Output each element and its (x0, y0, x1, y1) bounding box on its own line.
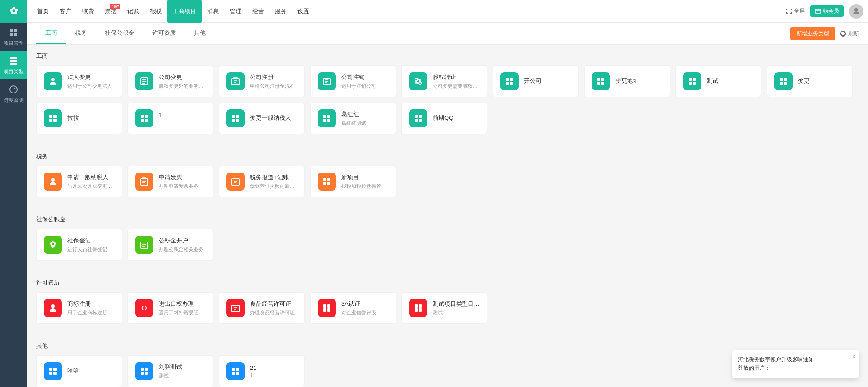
nav-industrial[interactable]: 工商项目 (167, 0, 202, 23)
nav-services[interactable]: 服务 (269, 0, 292, 23)
add-type-button[interactable]: 新增业务类型 (790, 27, 835, 40)
svg-rect-6 (10, 63, 17, 65)
card-desc-company-change: 股权变更外的业务变更 (159, 83, 206, 89)
card-tax-report[interactable]: 税务报道+记账 拿到营业执照的新公司 (219, 166, 305, 197)
tab-gongshang[interactable]: 工商 (36, 23, 66, 44)
tab-xuke[interactable]: 许可资质 (143, 23, 185, 44)
svg-rect-34 (49, 119, 52, 122)
card-title-qianqiQQ: 前期QQ (433, 114, 480, 122)
tab-qita[interactable]: 其他 (185, 23, 215, 44)
card-food-license[interactable]: 食品经营许可证 办理食品经营许可证 (219, 292, 305, 324)
nav-tax[interactable]: 报税 (145, 0, 167, 23)
nav-operations[interactable]: 经营 (247, 0, 269, 23)
card-test[interactable]: 测试 (675, 65, 761, 97)
card-social-register[interactable]: 社保登记 进行人员社保登记 (36, 229, 122, 261)
user-avatar[interactable] (849, 4, 863, 19)
card-trademark[interactable]: 商标注册 用于企业商标注册服务 (36, 292, 122, 324)
card-new-project[interactable]: 新项目 报税加税控盘保管 (310, 166, 396, 197)
section-xuke: 许可资质 商标注册 用于企业商标注册服务 (27, 271, 868, 335)
card-qianqiQQ[interactable]: 前期QQ (401, 103, 487, 134)
card-desc-fund-account: 办理公积金相关业务 (159, 246, 206, 253)
card-icon-legal-change (44, 72, 62, 90)
membership-btn[interactable]: 畅会员 (810, 5, 844, 17)
card-company-register[interactable]: 公司注册 申请公司注册全流程 (219, 65, 305, 97)
svg-rect-33 (53, 115, 57, 118)
card-info-change-taxpayer: 变更一般纳税人 (250, 114, 297, 123)
card-desc-import-export: 适用于对外贸易经营者 (159, 309, 206, 316)
card-title-test: 测试 (707, 77, 754, 85)
card-desc-trademark: 用于企业商标注册服务 (67, 309, 114, 316)
card-cert-3a[interactable]: 3A认证 对企业信誉评级 (310, 292, 396, 324)
card-title-fund-account: 公积金开户 (159, 237, 206, 245)
card-test-project-type[interactable]: 测试项目类型目定义 测试 (401, 292, 487, 324)
sidebar-item-project-type[interactable]: 项目类型 (0, 51, 27, 79)
svg-rect-72 (53, 368, 57, 371)
card-change[interactable]: 变更 (767, 65, 853, 97)
new-badge: new (110, 4, 120, 9)
card-title-import-export: 进出口权办理 (159, 300, 206, 308)
svg-rect-19 (510, 82, 513, 85)
card-company-cancel[interactable]: 公司注销 适用于注销公司 (310, 65, 396, 97)
card-info-company-register: 公司注册 申请公司注册全流程 (250, 73, 297, 89)
tab-shebao[interactable]: 社保公积金 (96, 23, 143, 44)
card-info-qianqiQQ: 前期QQ (433, 114, 480, 123)
card-icon-tax-report (226, 173, 245, 191)
sidebar-label-project-mgmt: 项目管理 (4, 40, 24, 47)
svg-rect-27 (693, 82, 696, 85)
card-open-company[interactable]: 开公司 (493, 65, 579, 97)
sidebar-logo[interactable]: ✿ (0, 0, 27, 23)
card-apply-taxpayer[interactable]: 申请一般纳税人 当月或次月成变更完成 (36, 166, 122, 197)
nav-customer[interactable]: 客户 (54, 0, 77, 23)
card-gehonghong[interactable]: 葛红红 葛红红测试 (310, 103, 396, 134)
card-icon-apply-taxpayer (44, 173, 62, 191)
card-num21[interactable]: 21 1 (219, 355, 305, 387)
tab-shuiwu[interactable]: 税务 (66, 23, 96, 44)
notification-close-btn[interactable]: × (852, 354, 855, 360)
svg-rect-22 (597, 82, 600, 85)
nav-billing[interactable]: 收费 (77, 0, 99, 23)
card-legal-change[interactable]: 法人变更 适用于公司变更法人 (36, 65, 122, 97)
card-change-address[interactable]: 变更地址 (584, 65, 670, 97)
card-lala[interactable]: 拉拉 (36, 103, 122, 134)
card-company-change[interactable]: 公司变更 股权变更外的业务变更 (127, 65, 213, 97)
svg-rect-43 (236, 119, 239, 122)
card-title-social-register: 社保登记 (67, 237, 114, 245)
grid-icon (8, 27, 19, 38)
svg-rect-30 (780, 82, 783, 85)
nav-tickets[interactable]: 票据 new (99, 0, 122, 23)
card-icon-company-cancel (318, 72, 336, 90)
svg-rect-35 (53, 119, 57, 122)
card-change-taxpayer[interactable]: 变更一般纳税人 (219, 103, 305, 134)
card-info-tax-report: 税务报道+记账 拿到营业执照的新公司 (250, 173, 297, 190)
svg-rect-58 (327, 182, 330, 185)
nav-management[interactable]: 管理 (224, 0, 247, 23)
card-num1[interactable]: 1 1 (127, 103, 213, 134)
nav-home[interactable]: 首页 (32, 0, 54, 23)
card-apply-invoice[interactable]: 申请发票 办理申请发票业务 (127, 166, 213, 197)
card-desc-num21: 1 (250, 373, 297, 378)
sidebar-item-project-mgmt[interactable]: 项目管理 (0, 23, 27, 51)
card-equity-transfer[interactable]: 股权转让 公司变更需要股权转让 (401, 65, 487, 97)
card-liupeng-test[interactable]: 刘鹏测试 测试 (127, 355, 213, 387)
svg-rect-13 (323, 79, 330, 85)
svg-rect-49 (419, 115, 422, 118)
card-info-cert-3a: 3A认证 对企业信誉评级 (341, 300, 388, 316)
nav-accounting[interactable]: 记账 (122, 0, 145, 23)
card-info-open-company: 开公司 (524, 77, 571, 86)
sidebar-item-progress-monitor[interactable]: 进度监测 (0, 79, 27, 108)
notification-text: 河北税务数字账户升级影响通知尊敬的用户： (738, 355, 854, 373)
card-title-apply-invoice: 申请发票 (159, 173, 206, 182)
card-info-haha: 哈哈 (67, 367, 114, 376)
fullscreen-btn[interactable]: 全屏 (786, 7, 805, 15)
card-import-export[interactable]: 进出口权办理 适用于对外贸易经营者 (127, 292, 213, 324)
card-haha[interactable]: 哈哈 (36, 355, 122, 387)
nav-message[interactable]: 消息 (202, 0, 224, 23)
nav-settings[interactable]: 设置 (292, 0, 315, 23)
svg-point-9 (854, 8, 858, 12)
card-desc-cert-3a: 对企业信誉评级 (341, 309, 388, 316)
refresh-button[interactable]: 刷新 (840, 30, 859, 37)
card-fund-account[interactable]: 公积金开户 办理公积金相关业务 (127, 229, 213, 261)
cards-grid-gongshang: 法人变更 适用于公司变更法人 公司变更 股权变更外的业务变更 (36, 65, 859, 134)
card-desc-liupeng-test: 测试 (159, 373, 206, 379)
section-title-shuiwu: 税务 (36, 152, 859, 160)
